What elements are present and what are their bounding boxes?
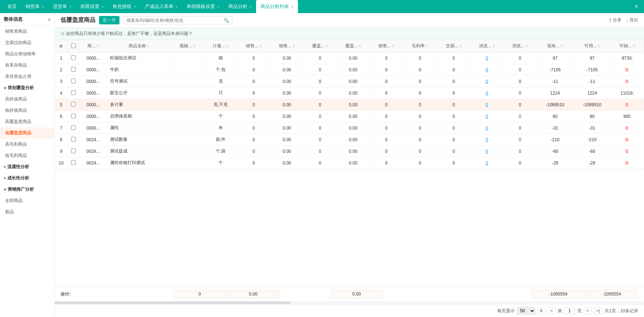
col-sellable[interactable]: 可销...⇅ (610, 40, 644, 52)
close-icon[interactable]: × (134, 4, 136, 9)
row-views1[interactable]: 0 (470, 64, 503, 76)
close-icon[interactable]: × (217, 4, 219, 9)
col-views2[interactable]: 浏览...⇅ (503, 40, 537, 52)
nav-tab-sales[interactable]: 销货单 × (21, 0, 48, 13)
row-checkbox[interactable] (71, 55, 76, 60)
row-checkbox[interactable] (71, 90, 76, 95)
col-spec[interactable]: 规格...⇅ (171, 40, 204, 52)
row-views1[interactable]: 0 (470, 99, 503, 111)
scrollbar-thumb[interactable] (55, 301, 290, 304)
col-coverage2[interactable]: 覆盖...⇅ (337, 40, 370, 52)
row-checkbox-cell[interactable] (68, 122, 79, 134)
close-all-button[interactable]: × (632, 3, 641, 10)
sidebar-collapse-button[interactable]: « (48, 16, 51, 22)
col-sales-amt[interactable]: 销售...⇅ (270, 40, 303, 52)
col-coverage1[interactable]: 覆盖...⇅ (303, 40, 337, 52)
table-footer: 合计: 0 0.00 0.00 -1095554 -1095554 (55, 286, 644, 301)
row-views1[interactable]: 0 (470, 122, 503, 134)
row-checkbox[interactable] (71, 125, 76, 130)
col-settings[interactable]: ⚙ (55, 40, 68, 52)
close-icon[interactable]: × (102, 4, 104, 9)
horizontal-scrollbar[interactable] (55, 301, 644, 304)
sidebar-item-high-profit[interactable]: 高毛利商品 (0, 139, 54, 150)
sidebar-item-traded-goods[interactable]: 交易过的商品 (0, 37, 54, 48)
row-views1[interactable]: 0 (470, 134, 503, 146)
col-unit[interactable]: 计量...⇅ (204, 40, 237, 52)
nav-tab-home[interactable]: 首页 (3, 0, 21, 13)
sidebar-item-stock-capital[interactable]: 库存资金占用 (0, 71, 54, 82)
last-page-button[interactable]: >| (594, 307, 602, 314)
row-checkbox-cell[interactable] (68, 87, 79, 99)
row-views1[interactable]: 0 (470, 157, 503, 169)
row-checkbox[interactable] (71, 160, 76, 165)
sidebar-item-new-goods[interactable]: 新品 (0, 206, 54, 218)
row-checkbox-cell[interactable] (68, 76, 79, 87)
col-sales-qty[interactable]: 销售...⇅ (237, 40, 270, 52)
col-views1[interactable]: 浏览...⇅ (470, 40, 503, 52)
nav-tab-template[interactable]: 单据模板设置 × (182, 0, 224, 13)
sidebar-item-all-goods[interactable]: 全部商品 (0, 195, 54, 206)
close-icon[interactable]: × (42, 4, 44, 9)
col-available[interactable]: 可用...⇅ (574, 40, 611, 52)
prev-page-button[interactable]: < (548, 307, 555, 314)
row-checkbox-cell[interactable] (68, 146, 79, 157)
sidebar-item-category-sales-rate[interactable]: 商品分类动销率 (0, 48, 54, 60)
sidebar-item-low-profit[interactable]: 低毛利商品 (0, 150, 54, 161)
row-views1[interactable]: 0 (470, 111, 503, 122)
row-checkbox[interactable] (71, 137, 76, 142)
row-checkbox-cell[interactable] (68, 52, 79, 64)
col-sales3[interactable]: 销售...⇅ (370, 40, 403, 52)
nav-tab-role[interactable]: 角色授权 × (108, 0, 140, 13)
nav-tab-product-entry[interactable]: 产成品入库单 × (141, 0, 182, 13)
col-gross-margin[interactable]: 毛利率⇅ (403, 40, 437, 52)
nav-tab-product-analysis-list[interactable]: 商品分析列表 × (256, 0, 298, 13)
sidebar-item-high-value[interactable]: 高价值商品 (0, 94, 54, 105)
page-number-input[interactable] (564, 307, 575, 314)
row-views1[interactable]: 0 (470, 52, 503, 64)
row-checkbox[interactable] (71, 114, 76, 118)
row-views1[interactable]: 0 (470, 76, 503, 87)
sidebar-group-growth-analysis[interactable]: > 成长性分析 (0, 173, 54, 184)
row-checkbox[interactable] (71, 102, 76, 107)
sidebar-item-low-value[interactable]: 低价值商品 (0, 105, 54, 116)
col-name[interactable]: 商品名称⇅ (107, 40, 171, 52)
row-checkbox[interactable] (71, 67, 76, 72)
nav-tab-purchase[interactable]: 进货单 × (48, 0, 76, 13)
next-page-button[interactable]: > (584, 307, 592, 314)
row-current-stock: -210 (537, 134, 574, 146)
close-icon[interactable]: × (291, 4, 293, 9)
row-checkbox[interactable] (71, 79, 76, 83)
col-checkbox[interactable] (68, 40, 79, 52)
select-all-checkbox[interactable] (71, 43, 76, 48)
col-code[interactable]: 商...⇅ (79, 40, 107, 52)
col-transaction[interactable]: 交易...⇅ (437, 40, 470, 52)
period-button[interactable]: 近一月 (99, 16, 119, 24)
export-button[interactable]: ↓ 导出 (626, 17, 638, 23)
sidebar-group-marketing-analysis[interactable]: ∨ 营销推广分析 (0, 184, 54, 195)
sidebar-item-high-coverage[interactable]: 高覆盖度商品 (0, 116, 54, 127)
col-current-stock[interactable]: 现有...⇅ (537, 40, 574, 52)
row-checkbox-cell[interactable] (68, 134, 79, 146)
close-icon[interactable]: × (250, 4, 252, 9)
first-page-button[interactable]: K (538, 307, 546, 314)
table-container[interactable]: ⚙ 商...⇅ 商品名称⇅ 规格...⇅ (55, 40, 644, 286)
row-checkbox-cell[interactable] (68, 157, 79, 169)
page-size-select[interactable]: 50 10 20 100 (517, 307, 535, 315)
nav-tab-product-analysis[interactable]: 商品分析 × (224, 0, 256, 13)
row-checkbox-cell[interactable] (68, 99, 79, 111)
search-input[interactable] (126, 18, 222, 23)
sidebar-item-low-coverage[interactable]: 低覆盖度商品 (0, 127, 54, 139)
sidebar-group-coverage-analysis[interactable]: ∨ 类别覆盖分析 (0, 82, 54, 94)
row-checkbox-cell[interactable] (68, 111, 79, 122)
close-icon[interactable]: × (176, 4, 178, 9)
row-checkbox[interactable] (71, 148, 76, 153)
sidebar-item-sales-goods[interactable]: 销售类商品 (0, 26, 54, 37)
share-button[interactable]: ⤴ 分享 (609, 17, 621, 23)
sidebar-item-stocked-goods[interactable]: 有库存商品 (0, 60, 54, 71)
sidebar-group-circulation-analysis[interactable]: > 流通性分析 (0, 161, 54, 173)
close-icon[interactable]: × (69, 4, 71, 9)
row-views1[interactable]: 0 (470, 87, 503, 99)
nav-tab-permission[interactable]: 权限设置 × (76, 0, 108, 13)
row-views1[interactable]: 0 (470, 146, 503, 157)
row-checkbox-cell[interactable] (68, 64, 79, 76)
